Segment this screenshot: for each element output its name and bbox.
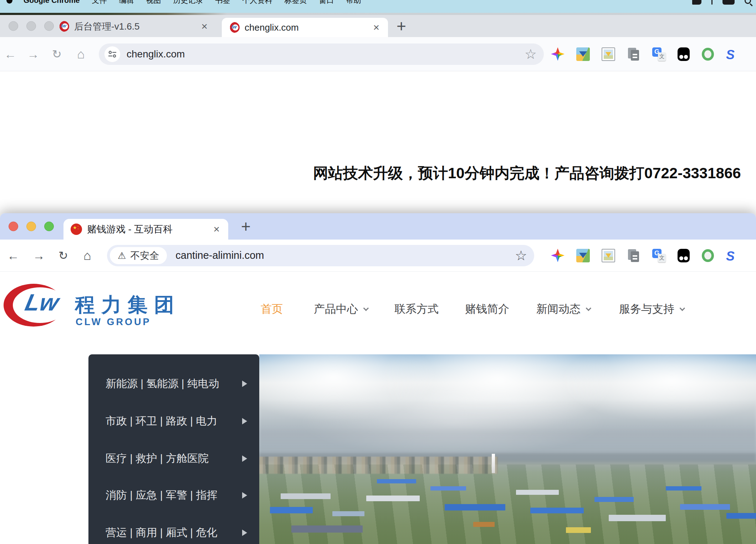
clw-favicon-icon [58, 21, 69, 32]
extension-dark-mode-icon[interactable] [678, 47, 690, 61]
security-chip[interactable]: ⚠ 不安全 [110, 247, 167, 264]
menubar-item-bookmarks[interactable]: 书签 [209, 0, 236, 5]
zoom-window-button[interactable] [44, 21, 54, 31]
extension-pinwheel-icon[interactable]: 1 [551, 249, 565, 262]
hero-shape [281, 493, 331, 499]
back-icon[interactable]: ← [4, 48, 16, 60]
extension-pinwheel-icon[interactable]: 科 [551, 47, 565, 61]
close-tab-icon[interactable]: × [372, 22, 381, 33]
spotlight-search-icon[interactable] [745, 0, 751, 4]
home-icon[interactable]: ⌂ [83, 249, 91, 262]
hero-image [259, 354, 756, 544]
extension-green-ring-icon[interactable] [701, 249, 714, 262]
sidebar-item-municipal[interactable]: 市政 | 环卫 | 路政 | 电力 [106, 414, 247, 428]
extension-image-downloader-icon[interactable] [576, 47, 590, 61]
close-window-button[interactable] [9, 222, 18, 231]
nav-label: 产品中心 [314, 302, 358, 317]
menubar-item-edit[interactable]: 编辑 [113, 0, 140, 5]
extension-dark-mode-icon[interactable] [678, 249, 690, 262]
extension-translate-icon[interactable] [652, 47, 666, 61]
menubar-item-history[interactable]: 历史记录 [167, 0, 209, 5]
hero-shape [609, 515, 666, 521]
zoom-window-button[interactable] [44, 222, 54, 231]
tab-admin[interactable]: 后台管理-v1.6.5 × [53, 17, 214, 36]
apple-icon[interactable] [6, 0, 12, 4]
menubar-item-file[interactable]: 文件 [86, 0, 113, 5]
hero-shape [366, 496, 420, 501]
nav-products[interactable]: 产品中心 [314, 302, 367, 317]
extension-s-icon[interactable]: S [726, 249, 740, 262]
sidebar-item-new-energy[interactable]: 新能源 | 氢能源 | 纯电动 [106, 376, 247, 391]
sidebar-item-fire[interactable]: 消防 | 应急 | 军警 | 指挥 [106, 488, 247, 503]
tab-title: 后台管理-v1.6.5 [74, 20, 200, 33]
menubar-item-help[interactable]: 帮助 [340, 0, 367, 5]
extension-badge: 1 [564, 256, 574, 265]
forward-icon[interactable]: → [27, 48, 39, 60]
hero-shape [259, 400, 756, 461]
minimize-window-button[interactable] [26, 21, 36, 31]
new-tab-button[interactable]: + [397, 18, 406, 34]
nav-home[interactable]: 首页 [261, 302, 283, 317]
clw-logo-mark: Lw [23, 289, 61, 316]
extension-copy-icon[interactable] [627, 249, 640, 262]
extension-photo-save-icon[interactable] [602, 47, 615, 61]
reload-icon[interactable]: ↻ [52, 48, 62, 60]
address-bar[interactable]: ⚠ 不安全 cantine-alimini.com ☆ [107, 245, 534, 266]
clw-logo[interactable]: Lw 程力集团 CLW GROUP [4, 282, 182, 331]
minimize-window-button[interactable] [26, 222, 36, 231]
nav-contact[interactable]: 联系方式 [394, 302, 439, 317]
extension-copy-icon[interactable] [627, 47, 640, 61]
chat-status-icon[interactable] [692, 0, 701, 5]
clw-website: Lw 程力集团 CLW GROUP 首页 产品中心 联系方式 赌钱简介 新闻动态… [0, 272, 756, 544]
hero-shape [377, 479, 416, 483]
url-text[interactable]: cantine-alimini.com [175, 250, 264, 261]
extension-image-downloader-icon[interactable] [576, 249, 590, 262]
close-tab-icon[interactable]: × [200, 21, 209, 32]
extensions-row: 1 S [551, 249, 740, 262]
sidebar-item-medical[interactable]: 医疗 | 救护 | 方舱医院 [106, 451, 247, 466]
extension-badge: 科 [564, 54, 574, 64]
menubar-item-view[interactable]: 视图 [140, 0, 167, 5]
extension-translate-icon[interactable] [652, 249, 666, 262]
nav-intro[interactable]: 赌钱简介 [465, 302, 509, 317]
arrow-right-icon [242, 492, 247, 498]
reload-icon[interactable]: ↻ [58, 250, 68, 261]
hero-shape [594, 497, 634, 502]
screen-status-icon[interactable] [722, 0, 735, 5]
window-controls [9, 222, 54, 231]
hero-shape [516, 490, 559, 495]
extension-photo-save-icon[interactable] [602, 249, 615, 262]
menubar-item-profiles[interactable]: 个人资料 [236, 0, 279, 5]
tab-chenglix[interactable]: chenglix.com × [222, 18, 388, 37]
tab-title: chenglix.com [245, 22, 372, 33]
chevron-down-icon [680, 305, 685, 311]
forward-icon[interactable]: → [33, 250, 45, 262]
logo-name-cn: 程力集团 [75, 292, 180, 319]
tab-strip: 后台管理-v1.6.5 × chenglix.com × + [0, 15, 756, 37]
nav-news[interactable]: 新闻动态 [536, 302, 589, 317]
tab-title: 赌钱游戏 - 互动百科 [87, 223, 212, 236]
nav-support[interactable]: 服务与支持 [619, 302, 683, 317]
bookmark-star-icon[interactable]: ☆ [515, 249, 527, 262]
menubar-app-name[interactable]: Google Chrome [17, 0, 86, 5]
extension-green-ring-icon[interactable] [701, 47, 714, 61]
chrome-window-front: 赌钱游戏 - 互动百科 × + ← → ↻ ⌂ ⚠ 不安全 cantine-al… [0, 213, 756, 544]
site-settings-icon[interactable] [104, 46, 120, 62]
address-bar[interactable]: chenglix.com ☆ [99, 43, 544, 65]
security-label: 不安全 [130, 249, 159, 262]
extension-s-icon[interactable]: S [726, 47, 740, 61]
home-icon[interactable]: ⌂ [77, 48, 85, 61]
macos-menubar: Google Chrome 文件 编辑 视图 历史记录 书签 个人资料 标签页 … [0, 0, 756, 13]
bookmark-star-icon[interactable]: ☆ [525, 47, 537, 61]
url-text[interactable]: chenglix.com [127, 48, 185, 60]
sidebar-item-commercial[interactable]: 营运 | 商用 | 厢式 | 危化 [106, 525, 247, 540]
close-tab-icon[interactable]: × [212, 224, 221, 235]
new-tab-button[interactable]: + [241, 218, 251, 235]
back-icon[interactable]: ← [7, 250, 19, 262]
hero-shape [530, 508, 584, 513]
close-window-button[interactable] [9, 21, 18, 31]
menubar-item-tabs[interactable]: 标签页 [279, 0, 313, 5]
menubar-item-window[interactable]: 窗口 [313, 0, 340, 5]
tab-baike[interactable]: 赌钱游戏 - 互动百科 × [63, 219, 228, 240]
chevron-down-icon [363, 305, 369, 311]
